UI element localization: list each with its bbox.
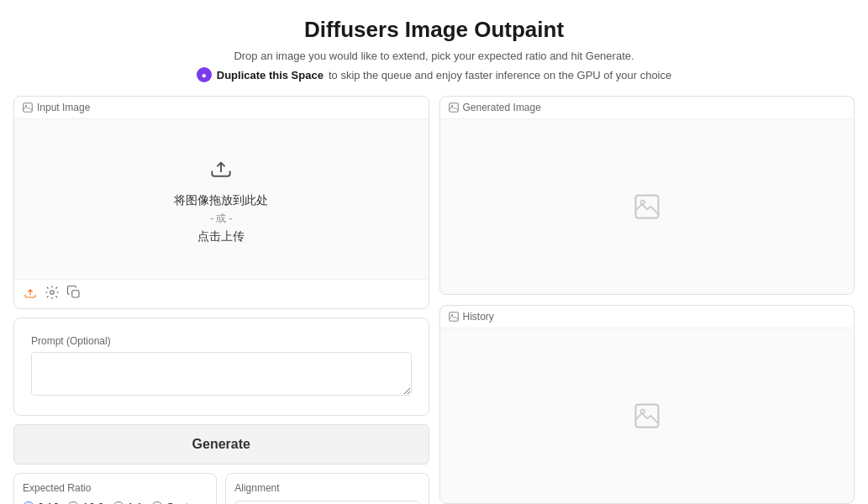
- left-column: Input Image 将图像拖放到此处 - 或 - 点击上传: [13, 96, 429, 504]
- upload-icon: [208, 154, 234, 186]
- ratio-option-916[interactable]: 9:16: [23, 501, 59, 504]
- ratio-radio-group: 9:16 16:9 1:1 Custom: [23, 501, 208, 504]
- settings-toolbar-icon[interactable]: [45, 285, 60, 303]
- history-label: History: [440, 306, 855, 328]
- alignment-select[interactable]: Middle Top Bottom Left Right: [234, 501, 419, 504]
- duplicate-link[interactable]: Duplicate this Space: [217, 69, 324, 81]
- upload-click-text: 点击上传: [197, 229, 245, 244]
- ratio-option-11[interactable]: 1:1: [113, 501, 143, 504]
- ratio-radio-11[interactable]: [113, 501, 124, 505]
- generated-label-icon: [449, 102, 459, 113]
- svg-rect-0: [24, 103, 33, 113]
- upload-area[interactable]: 将图像拖放到此处 - 或 - 点击上传: [14, 119, 429, 279]
- page-title: Diffusers Image Outpaint: [13, 17, 855, 43]
- generated-placeholder-icon: [632, 192, 662, 222]
- generated-image-placeholder: [440, 119, 855, 294]
- svg-point-5: [451, 105, 453, 107]
- alignment-section: Alignment Middle Top Bottom Left Right: [225, 473, 429, 504]
- history-label-icon: [449, 312, 459, 322]
- svg-point-1: [25, 105, 27, 107]
- upload-or-text: - 或 -: [210, 212, 233, 226]
- main-layout: Input Image 将图像拖放到此处 - 或 - 点击上传: [13, 96, 855, 504]
- history-image-placeholder: [440, 328, 855, 503]
- page-subtitle: Drop an image you would like to extend, …: [13, 50, 855, 62]
- upload-main-text: 将图像拖放到此处: [174, 193, 268, 208]
- ratio-radio-916[interactable]: [23, 501, 34, 505]
- generated-image-panel: Generated Image: [439, 96, 855, 295]
- copy-toolbar-icon[interactable]: [66, 285, 82, 303]
- ratio-option-169[interactable]: 16:9: [67, 501, 103, 504]
- duplicate-icon: ●: [197, 67, 212, 82]
- history-placeholder-icon: [632, 401, 662, 431]
- duplicate-bar: ● Duplicate this Space to skip the queue…: [13, 67, 855, 82]
- svg-rect-8: [449, 312, 458, 322]
- generated-image-label: Generated Image: [440, 97, 855, 119]
- ratio-alignment-row: Expected Ratio 9:16 16:9 1:1: [13, 473, 429, 504]
- duplicate-suffix: to skip the queue and enjoy faster infer…: [329, 69, 671, 81]
- svg-rect-3: [72, 291, 79, 297]
- ratio-section: Expected Ratio 9:16 16:9 1:1: [13, 473, 217, 504]
- svg-rect-4: [449, 103, 458, 113]
- svg-point-11: [640, 410, 644, 414]
- prompt-label: Prompt (Optional): [31, 335, 412, 347]
- upload-toolbar-icon[interactable]: [23, 285, 38, 303]
- svg-point-2: [50, 291, 55, 295]
- image-label-icon: [23, 102, 33, 113]
- generate-button[interactable]: Generate: [13, 424, 429, 465]
- ratio-label: Expected Ratio: [23, 482, 208, 494]
- input-image-label: Input Image: [14, 97, 429, 119]
- right-column: Generated Image: [439, 96, 855, 504]
- prompt-textarea[interactable]: [31, 352, 412, 396]
- input-image-panel: Input Image 将图像拖放到此处 - 或 - 点击上传: [13, 96, 429, 309]
- ratio-radio-169[interactable]: [67, 501, 79, 505]
- prompt-section: Prompt (Optional): [13, 318, 429, 416]
- ratio-option-custom[interactable]: Custom: [151, 501, 204, 504]
- history-panel: History: [439, 305, 855, 504]
- upload-toolbar: [14, 279, 429, 308]
- svg-point-9: [451, 314, 453, 316]
- alignment-label: Alignment: [234, 482, 419, 494]
- ratio-radio-custom[interactable]: [151, 501, 163, 505]
- svg-point-7: [640, 201, 644, 205]
